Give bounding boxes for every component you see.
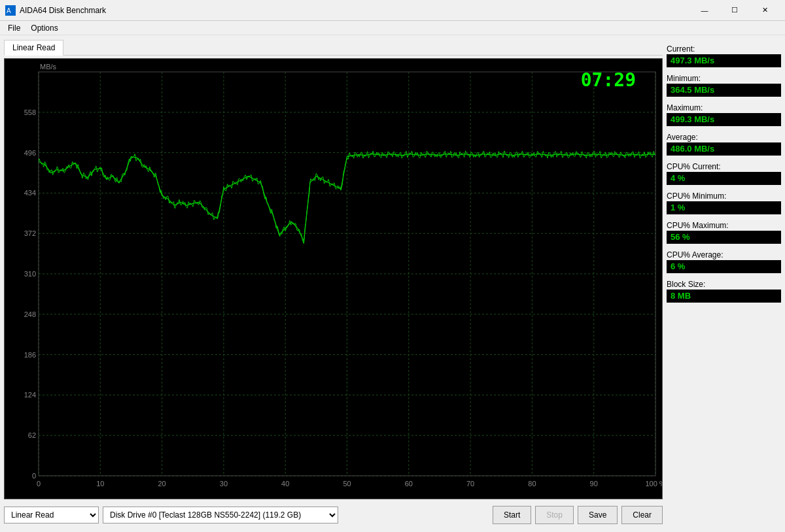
stat-average: Average: 486.0 MB/s [667,130,781,156]
main-content: Linear Read 07:29 Linear Read Random Rea… [0,35,785,532]
block-size-label: Block Size: [667,280,781,289]
cpu-current-label: CPU% Current: [667,162,781,171]
timer-display: 07:29 [581,69,636,91]
stat-block-size: Block Size: 8 MB [667,277,781,303]
title-bar: A AIDA64 Disk Benchmark — ☐ ✕ [0,0,785,21]
stat-minimum: Minimum: 364.5 MB/s [667,71,781,97]
current-label: Current: [667,44,781,54]
current-value: 497.3 MB/s [667,54,781,67]
stat-current: Current: 497.3 MB/s [667,42,781,67]
tab-linear-read[interactable]: Linear Read [4,40,63,56]
window-controls: — ☐ ✕ [689,0,780,21]
minimum-label: Minimum: [667,74,781,83]
disk-select[interactable]: Disk Drive #0 [Teclast 128GB NS550-2242]… [103,507,338,524]
cpu-minimum-label: CPU% Minimum: [667,191,781,201]
right-panel: Current: 497.3 MB/s Minimum: 364.5 MB/s … [667,39,781,528]
stat-cpu-current: CPU% Current: 4 % [667,159,781,185]
cpu-maximum-label: CPU% Maximum: [667,221,781,230]
menu-file[interactable]: File [3,22,26,34]
maximum-value: 499.3 MB/s [667,113,781,126]
maximum-label: Maximum: [667,103,781,112]
save-button[interactable]: Save [578,506,618,524]
clear-button[interactable]: Clear [621,506,663,524]
app-icon: A [5,5,16,16]
window-title: AIDA64 Disk Benchmark [20,6,689,15]
left-panel: Linear Read 07:29 Linear Read Random Rea… [4,39,663,528]
start-button[interactable]: Start [493,506,531,524]
bottom-bar: Linear Read Random Read Linear Write Ran… [4,502,663,528]
stat-cpu-minimum: CPU% Minimum: 1 % [667,189,781,214]
benchmark-chart [5,59,662,499]
menu-bar: File Options [0,21,785,35]
cpu-average-value: 6 % [667,260,781,273]
stat-cpu-maximum: CPU% Maximum: 56 % [667,218,781,244]
mode-select[interactable]: Linear Read Random Read Linear Write Ran… [4,507,99,524]
minimize-button[interactable]: — [689,0,720,21]
stat-cpu-average: CPU% Average: 6 % [667,248,781,273]
average-value: 486.0 MB/s [667,142,781,156]
average-label: Average: [667,133,781,142]
cpu-current-value: 4 % [667,172,781,185]
svg-text:A: A [7,7,11,14]
close-button[interactable]: ✕ [750,0,780,21]
maximize-button[interactable]: ☐ [720,0,750,21]
cpu-maximum-value: 56 % [667,231,781,244]
chart-container: 07:29 [4,58,663,499]
menu-options[interactable]: Options [26,22,63,34]
stop-button[interactable]: Stop [535,506,574,524]
cpu-average-label: CPU% Average: [667,250,781,259]
tab-bar: Linear Read [4,39,663,56]
block-size-value: 8 MB [667,290,781,303]
minimum-value: 364.5 MB/s [667,84,781,97]
stat-maximum: Maximum: 499.3 MB/s [667,101,781,126]
cpu-minimum-value: 1 % [667,201,781,214]
